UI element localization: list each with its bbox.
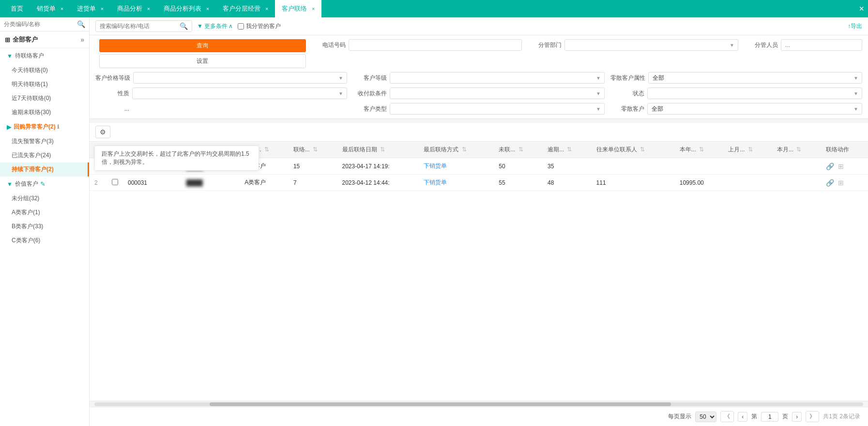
first-page-btn[interactable]: 《 — [720, 411, 734, 422]
gear-button[interactable]: ⚙ — [95, 126, 110, 138]
th-this-month[interactable]: 本月... ⇅ — [772, 142, 821, 158]
row-last-method-2[interactable]: 下销货单 — [419, 175, 494, 191]
sidebar-item-declining[interactable]: 持续下滑客户(2) — [0, 162, 89, 176]
nav-purchase[interactable]: 进货单 × — [70, 0, 110, 17]
th-last-date[interactable]: 最后联络日期 ⇅ — [337, 142, 419, 158]
phone-input[interactable] — [349, 39, 522, 51]
nav-home[interactable]: 首页 — [4, 0, 30, 17]
sidebar-item-tomorrow[interactable]: 明天待联络(1) — [0, 77, 89, 91]
filter-icon: ▼ — [197, 23, 203, 29]
last-page-btn[interactable]: 》 — [806, 411, 819, 422]
grid-icon-1[interactable]: ⊞ — [838, 162, 844, 170]
info-icon[interactable]: ℹ — [57, 124, 59, 130]
th-this-year[interactable]: 本年... ⇅ — [675, 142, 724, 158]
nav-purchase-close[interactable]: × — [101, 6, 104, 12]
th-uncontacted[interactable]: 未联... ⇅ — [494, 142, 543, 158]
sidebar-collapse-btn[interactable]: » — [80, 36, 84, 44]
sidebar-group-value-title[interactable]: ▼ 价值客户 ✎ — [0, 176, 89, 191]
next-page-btn[interactable]: › — [792, 412, 802, 422]
last-method-link-1[interactable]: 下销货单 — [424, 162, 447, 169]
grid-icon-2[interactable]: ⊞ — [838, 179, 844, 187]
sidebar-item-c-class[interactable]: C类客户(6) — [0, 234, 89, 248]
th-contact-person[interactable]: 往来单位联系人 ⇅ — [592, 142, 675, 158]
phone-label: 电话号码 — [312, 41, 346, 49]
row-last-method-1[interactable]: 下销货单 — [419, 158, 494, 175]
nav-product-analysis-list[interactable]: 商品分析列表 × — [157, 0, 216, 17]
tooltip-box: 距客户上次交易时长，超过了此客户的平均交易周期的1.5倍，则视为异常。 — [94, 146, 259, 171]
nav-sales-close[interactable]: × — [61, 6, 63, 12]
dept-select[interactable] — [564, 39, 738, 51]
pagination: 每页显示 50 《 ‹ 第 页 › 》 共1页 2条记录 — [90, 407, 868, 426]
sidebar-item-lost[interactable]: 已流失客户(24) — [0, 148, 89, 162]
sidebar-group-repurchase-title[interactable]: ▶ 回购异常客户(2) ℹ — [0, 119, 89, 134]
retail-attr-label: 零散客户属性 — [610, 74, 645, 82]
link-icon-2[interactable]: 🔗 — [826, 179, 834, 187]
sidebar-item-7days[interactable]: 近7天待联络(0) — [0, 91, 89, 105]
sidebar-item-loss-warning[interactable]: 流失预警客户(3) — [0, 134, 89, 148]
price-level-select[interactable] — [133, 72, 347, 84]
row-checkbox-2[interactable] — [112, 179, 118, 185]
retail-customer-select[interactable]: 全部 — [647, 103, 862, 115]
table-scrollbar[interactable] — [90, 401, 868, 407]
scroll-thumb[interactable] — [210, 402, 671, 406]
search-icon[interactable]: 🔍 — [180, 22, 188, 30]
nav-contact-close[interactable]: × — [312, 6, 315, 12]
manager-label: 分管人员 — [744, 41, 778, 49]
settings-button[interactable]: 设置 — [99, 54, 306, 68]
nav-product-analysis[interactable]: 商品分析 × — [110, 0, 157, 17]
sidebar-item-b-class[interactable]: B类客户(33) — [0, 220, 89, 234]
table-container[interactable]: 客户编码 ⇅ 客户名称 ⇅ 客户... ⇅ — [90, 142, 868, 401]
my-customer-check[interactable] — [238, 23, 244, 29]
sidebar-item-overdue[interactable]: 逾期未联络(30) — [0, 105, 89, 119]
nav-product-analysis-close[interactable]: × — [147, 6, 150, 12]
sidebar-all-customers[interactable]: ⊞ 全部客户 » — [0, 31, 89, 48]
sidebar-search-box[interactable]: 🔍 — [0, 17, 89, 31]
row-action-2: 🔗 ⊞ — [821, 175, 868, 191]
manager-input[interactable] — [781, 39, 862, 51]
content-area: 🔍 ▼ 更多条件 ∧ 我分管的客户 ↑ 导出 电话号码 — [90, 17, 868, 426]
sidebar-group-pending-title[interactable]: ▼ 待联络客户 — [0, 48, 89, 63]
page-input[interactable] — [761, 412, 778, 422]
sidebar-item-a-class[interactable]: A类客户(1) — [0, 206, 89, 220]
row-check-2[interactable] — [107, 175, 123, 191]
nav-segmentation-close[interactable]: × — [265, 6, 268, 12]
row-person-2: 111 — [592, 175, 675, 191]
my-customer-checkbox[interactable]: 我分管的客户 — [238, 22, 281, 30]
nav-product-list-close[interactable]: × — [206, 6, 209, 12]
window-close-button[interactable]: × — [859, 4, 864, 13]
status-label: 状态 — [610, 89, 644, 98]
sort-icon-overdue: ⇅ — [567, 146, 572, 153]
prev-page-btn[interactable]: ‹ — [738, 412, 747, 422]
filter-more-btn[interactable]: ▼ 更多条件 ∧ — [197, 22, 233, 30]
th-last-month[interactable]: 上月... ⇅ — [723, 142, 772, 158]
payment-label: 收付款条件 — [353, 89, 387, 98]
link-icon-1[interactable]: 🔗 — [826, 162, 834, 170]
filter-row-4: ... 客户类型 ▼ 零散客户 全部 ▼ — [95, 103, 862, 115]
row-person-1 — [592, 158, 675, 175]
th-last-method[interactable]: 最后联络方式 ⇅ — [419, 142, 494, 158]
payment-select[interactable] — [390, 88, 605, 99]
customer-level-select[interactable] — [390, 72, 605, 84]
th-overdue[interactable]: 逾期... ⇅ — [543, 142, 592, 158]
sidebar-search-icon[interactable]: 🔍 — [77, 20, 85, 28]
nav-customer-contact[interactable]: 客户联络 × — [275, 0, 321, 17]
customer-type-select[interactable] — [390, 103, 605, 115]
sidebar-item-ungrouped[interactable]: 未分组(32) — [0, 191, 89, 206]
search-input[interactable] — [100, 23, 180, 29]
nav-sales[interactable]: 销货单 × — [30, 0, 70, 17]
sidebar-item-today[interactable]: 今天待联络(0) — [0, 63, 89, 77]
status-select[interactable] — [647, 88, 862, 99]
search-box[interactable]: 🔍 — [95, 20, 192, 32]
per-page-select[interactable]: 50 — [695, 411, 716, 422]
nav-customer-segmentation[interactable]: 客户分层经营 × — [216, 0, 275, 17]
nature-select[interactable] — [132, 88, 347, 99]
row-year-2: 10995.00 — [675, 175, 724, 191]
retail-attr-select[interactable]: 全部 — [648, 72, 862, 84]
sidebar-search-input[interactable] — [4, 21, 77, 28]
export-button[interactable]: ↑ 导出 — [848, 22, 862, 30]
last-method-link-2[interactable]: 下销货单 — [424, 179, 447, 186]
filter-misc: ... — [95, 103, 347, 115]
edit-icon[interactable]: ✎ — [40, 180, 46, 188]
th-contact[interactable]: 联络... ⇅ — [289, 142, 337, 158]
query-button[interactable]: 查询 — [99, 39, 306, 52]
